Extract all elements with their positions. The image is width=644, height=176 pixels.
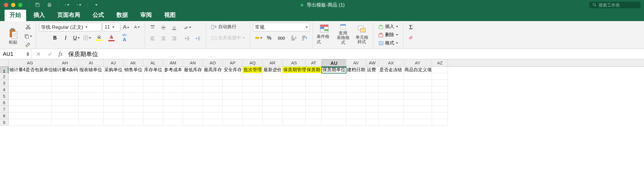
- cell[interactable]: [243, 99, 263, 106]
- cell[interactable]: [243, 80, 263, 86]
- cell[interactable]: [263, 99, 282, 106]
- cell[interactable]: [9, 119, 52, 126]
- cell[interactable]: [263, 119, 282, 126]
- column-header[interactable]: AP: [223, 59, 243, 66]
- cell[interactable]: [183, 86, 203, 93]
- search-sheet[interactable]: [589, 2, 641, 8]
- column-header[interactable]: AO: [203, 59, 223, 66]
- cell[interactable]: [103, 99, 123, 106]
- cell[interactable]: [306, 106, 322, 112]
- delete-cells-button[interactable]: 删除: [376, 31, 400, 39]
- cell[interactable]: [223, 99, 243, 106]
- formula-input[interactable]: [67, 49, 644, 59]
- cell[interactable]: [322, 93, 346, 99]
- cell[interactable]: [143, 106, 163, 112]
- name-box[interactable]: AU1: [0, 49, 31, 59]
- cell[interactable]: [163, 86, 183, 93]
- align-top-button[interactable]: [148, 23, 157, 32]
- cell[interactable]: [346, 119, 366, 126]
- cell[interactable]: [432, 86, 448, 93]
- cell[interactable]: [223, 86, 243, 93]
- cell[interactable]: [223, 73, 243, 80]
- cell[interactable]: [52, 86, 78, 93]
- zoom-window-icon[interactable]: [18, 3, 22, 7]
- cell[interactable]: [78, 106, 103, 112]
- cell[interactable]: 运费: [366, 67, 379, 73]
- bold-button[interactable]: B: [50, 34, 60, 42]
- column-header[interactable]: AG: [9, 59, 52, 66]
- cell[interactable]: [404, 93, 432, 99]
- cell[interactable]: [432, 99, 448, 106]
- cell[interactable]: [163, 106, 183, 112]
- cell[interactable]: [379, 86, 404, 93]
- name-box-stepper[interactable]: [26, 52, 29, 56]
- cell[interactable]: [123, 80, 143, 86]
- cell[interactable]: [9, 99, 52, 106]
- cell[interactable]: [163, 80, 183, 86]
- number-format-select[interactable]: 常规: [253, 23, 310, 31]
- cell[interactable]: [366, 93, 379, 99]
- cell[interactable]: [263, 86, 282, 93]
- cell[interactable]: 库存单位: [143, 67, 163, 73]
- cell[interactable]: [143, 99, 163, 106]
- column-header[interactable]: AS: [282, 59, 306, 66]
- cell[interactable]: 是否走冻链: [379, 67, 404, 73]
- cell[interactable]: [9, 73, 52, 80]
- cell[interactable]: [404, 119, 432, 126]
- cell[interactable]: [322, 119, 346, 126]
- cell[interactable]: [306, 73, 322, 80]
- cell[interactable]: [52, 112, 78, 119]
- comma-format-button[interactable]: 000: [275, 34, 288, 42]
- row-header[interactable]: 7: [0, 106, 9, 112]
- cell[interactable]: [282, 112, 306, 119]
- tab-insert[interactable]: 插入: [28, 9, 50, 21]
- cell[interactable]: [379, 106, 404, 112]
- row-header[interactable]: 4: [0, 86, 9, 93]
- cell[interactable]: 保质期管理: [282, 67, 306, 73]
- decrease-decimal-button[interactable]: .00.0: [300, 34, 309, 42]
- cell[interactable]: [404, 99, 432, 106]
- cell[interactable]: 参考成本: [163, 67, 183, 73]
- column-header[interactable]: AZ: [432, 59, 448, 66]
- cell[interactable]: [432, 80, 448, 86]
- cell[interactable]: [52, 119, 78, 126]
- save-icon[interactable]: [34, 1, 41, 8]
- cell[interactable]: [366, 112, 379, 119]
- cancel-formula-icon[interactable]: ✕: [35, 50, 42, 58]
- cell[interactable]: [223, 119, 243, 126]
- cell[interactable]: [346, 112, 366, 119]
- cell[interactable]: [366, 80, 379, 86]
- column-header[interactable]: AT: [306, 59, 322, 66]
- cell[interactable]: [379, 119, 404, 126]
- cell[interactable]: 采购单位: [103, 67, 123, 73]
- cell[interactable]: [52, 106, 78, 112]
- tab-view[interactable]: 视图: [159, 9, 181, 21]
- underline-button[interactable]: U: [72, 34, 81, 42]
- cell[interactable]: [379, 93, 404, 99]
- column-header[interactable]: AX: [379, 59, 404, 66]
- column-header[interactable]: AM: [163, 59, 183, 66]
- cut-button[interactable]: [23, 23, 33, 31]
- cell[interactable]: [123, 119, 143, 126]
- cell[interactable]: [432, 119, 448, 126]
- cell[interactable]: [52, 73, 78, 80]
- format-as-table-button[interactable]: 套用 表格格式: [335, 23, 352, 46]
- cell[interactable]: [143, 86, 163, 93]
- orientation-button[interactable]: ab: [182, 23, 192, 32]
- increase-font-button[interactable]: A: [121, 23, 131, 31]
- cell[interactable]: [52, 80, 78, 86]
- cell[interactable]: [282, 99, 306, 106]
- cell[interactable]: [163, 73, 183, 80]
- cell[interactable]: [404, 86, 432, 93]
- cell[interactable]: [143, 119, 163, 126]
- cell[interactable]: [243, 73, 263, 80]
- column-header[interactable]: AJ: [103, 59, 123, 66]
- borders-button[interactable]: [82, 34, 92, 42]
- cell[interactable]: [183, 106, 203, 112]
- cell[interactable]: [103, 93, 123, 99]
- cell[interactable]: [143, 93, 163, 99]
- cell[interactable]: [203, 86, 223, 93]
- cell[interactable]: [78, 93, 103, 99]
- close-window-icon[interactable]: [4, 3, 8, 7]
- insert-cells-button[interactable]: 插入: [376, 23, 400, 30]
